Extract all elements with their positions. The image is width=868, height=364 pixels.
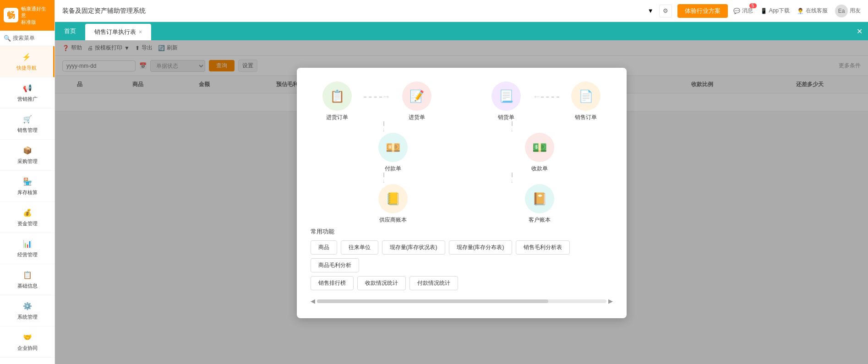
logo-icon: 畅 bbox=[4, 8, 18, 22]
sidebar-item-finance[interactable]: 💰 资金管理 bbox=[0, 202, 55, 233]
close-all-tabs[interactable]: ✕ bbox=[857, 27, 863, 36]
tab-close-icon[interactable]: × bbox=[139, 29, 142, 35]
flow-row-2: ↓ ↓ bbox=[311, 121, 613, 133]
arrow-down-4: ↓ bbox=[494, 173, 530, 184]
sidebar-item-newbie[interactable]: 🎯 新手引导 bbox=[0, 358, 55, 364]
purchase-icon: 📦 bbox=[22, 145, 33, 156]
message-action[interactable]: 💬 消息 5 bbox=[733, 7, 753, 15]
sidebar-item-label: 营销推广 bbox=[17, 96, 38, 103]
basic-info-icon: 📋 bbox=[22, 270, 33, 281]
app-header: 装备及固定资产辅助管理系统 ▼ ⚙ 体验行业方案 💬 消息 5 📱 App下载 bbox=[55, 0, 868, 22]
search-icon: 🔍 bbox=[4, 35, 11, 42]
receipt-icon: 💵 bbox=[525, 133, 554, 162]
sidebar-item-system[interactable]: ⚙️ 系统管理 bbox=[0, 295, 55, 326]
tab-home[interactable]: 首页 bbox=[55, 22, 85, 40]
btn-sales-gross[interactable]: 销售毛利分析表 bbox=[516, 240, 570, 255]
sidebar-item-label: 库存核算 bbox=[17, 189, 38, 196]
sidebar-item-marketing[interactable]: 📢 营销推广 bbox=[0, 77, 55, 109]
purchase-order-label: 进货订单 bbox=[326, 114, 348, 121]
node-purchase-bill: 📝 进货单 bbox=[390, 81, 444, 121]
purchase-bill-icon: 📝 bbox=[402, 81, 431, 111]
service-icon: 👨‍💼 bbox=[797, 8, 804, 14]
sidebar-item-inventory[interactable]: 🏪 库存核算 bbox=[0, 171, 55, 202]
chevron-down-icon: ▼ bbox=[648, 7, 654, 14]
supplier-account-icon: 📒 bbox=[378, 184, 408, 213]
content-area: ❓ 帮助 🖨 按模板打印 ▼ ⬆ 导出 🔄 刷新 bbox=[55, 40, 868, 364]
sales-order-label: 销售订单 bbox=[575, 114, 597, 121]
sidebar-item-label: 销售管理 bbox=[17, 127, 38, 134]
title-dropdown[interactable]: ▼ bbox=[648, 7, 654, 14]
btn-sales-rank[interactable]: 销售排行榜 bbox=[311, 276, 354, 290]
download-icon: 📱 bbox=[760, 8, 767, 14]
online-service-action[interactable]: 👨‍💼 在线客服 bbox=[797, 7, 828, 15]
function-buttons-row2: 销售排行榜 收款情况统计 付款情况统计 bbox=[311, 276, 613, 290]
flow-row-3: 💴 付款单 💵 收款单 bbox=[311, 133, 613, 173]
system-icon: ⚙️ bbox=[22, 301, 33, 312]
cooperation-icon: 🤝 bbox=[22, 332, 33, 343]
sidebar-item-quick-guide[interactable]: ⚡ 快捷导航 bbox=[0, 46, 55, 77]
arrow-down-2: ↓ bbox=[494, 121, 530, 133]
supplier-account-label: 供应商账本 bbox=[379, 216, 407, 224]
tab-active-label: 销售订单执行表 bbox=[94, 28, 136, 36]
marketing-icon: 📢 bbox=[22, 83, 33, 94]
scroll-left-arrow[interactable]: ◀ bbox=[311, 298, 315, 304]
inventory-icon: 🏪 bbox=[22, 176, 33, 187]
function-buttons: 商品 往来单位 现存量(库存状况表) 现存量(库存分布表) 销售毛利分析表 商品… bbox=[311, 240, 613, 272]
payment-label: 付款单 bbox=[385, 165, 401, 173]
arrow-down-3: ↓ bbox=[366, 173, 402, 184]
sidebar: 畅 畅康通好生意 标准版 🔍 搜索菜单 ⚡ 快捷导航 📢 营销推广 🛒 销售管理 bbox=[0, 0, 55, 364]
message-badge: 5 bbox=[749, 3, 757, 8]
tab-sales-order[interactable]: 销售订单执行表 × bbox=[85, 24, 151, 40]
payment-icon: 💴 bbox=[378, 133, 408, 162]
app-download-action[interactable]: 📱 App下载 bbox=[760, 7, 790, 15]
sidebar-item-label: 基础信息 bbox=[17, 283, 38, 289]
node-purchase-order: 📋 进货订单 bbox=[311, 81, 364, 121]
avatar: Ea bbox=[835, 5, 848, 17]
settings-button[interactable]: ⚙ bbox=[659, 5, 672, 17]
sidebar-item-sales[interactable]: 🛒 销售管理 bbox=[0, 109, 55, 140]
scroll-right-arrow[interactable]: ▶ bbox=[608, 298, 613, 304]
app-title: 装备及固定资产辅助管理系统 bbox=[62, 7, 642, 15]
sidebar-item-operation[interactable]: 📊 经营管理 bbox=[0, 233, 55, 264]
common-functions-title: 常用功能 bbox=[311, 228, 613, 236]
user-action[interactable]: Ea 用友 bbox=[835, 5, 861, 17]
logo-text: 畅康通好生意 标准版 bbox=[21, 5, 51, 25]
sidebar-item-purchase[interactable]: 📦 采购管理 bbox=[0, 140, 55, 171]
flow-row-4: ↓ ↓ bbox=[311, 173, 613, 184]
sidebar-item-basic-info[interactable]: 📋 基础信息 bbox=[0, 264, 55, 295]
sales-bill-icon: 📃 bbox=[491, 81, 521, 111]
operation-icon: 📊 bbox=[22, 239, 33, 250]
btn-receipt-stats[interactable]: 收款情况统计 bbox=[357, 276, 406, 290]
node-payment: 💴 付款单 bbox=[366, 133, 420, 173]
scroll-track[interactable] bbox=[317, 299, 606, 303]
sidebar-item-label: 企业协同 bbox=[17, 345, 38, 352]
purchase-order-icon: 📋 bbox=[322, 81, 352, 111]
btn-stock-status[interactable]: 现存量(库存状况表) bbox=[382, 240, 445, 255]
sidebar-item-label: 快捷导航 bbox=[16, 65, 37, 71]
experience-btn[interactable]: 体验行业方案 bbox=[677, 4, 728, 18]
sidebar-logo[interactable]: 畅 畅康通好生意 标准版 bbox=[0, 0, 55, 31]
node-sales-bill: 📃 销货单 bbox=[479, 81, 533, 121]
sidebar-item-label: 系统管理 bbox=[17, 314, 38, 321]
quick-guide-icon: ⚡ bbox=[21, 52, 32, 63]
btn-partner[interactable]: 往来单位 bbox=[341, 240, 378, 255]
header-actions: 💬 消息 5 📱 App下载 👨‍💼 在线客服 Ea 用友 bbox=[733, 5, 861, 17]
node-customer-account: 📔 客户账本 bbox=[512, 184, 567, 224]
sidebar-search-label: 搜索菜单 bbox=[13, 34, 35, 42]
tab-bar: 首页 销售订单执行表 × ✕ bbox=[55, 22, 868, 40]
receipt-label: 收款单 bbox=[531, 165, 548, 173]
sidebar-nav: ⚡ 快捷导航 📢 营销推广 🛒 销售管理 📦 采购管理 🏪 库存核算 💰 bbox=[0, 46, 55, 364]
flow-modal: 📋 进货订单 → 📝 进货单 bbox=[297, 68, 627, 318]
sidebar-item-label: 资金管理 bbox=[17, 220, 38, 227]
tab-home-label: 首页 bbox=[64, 27, 76, 35]
btn-payment-stats[interactable]: 付款情况统计 bbox=[409, 276, 458, 290]
btn-product[interactable]: 商品 bbox=[311, 240, 337, 255]
sales-order-icon: 📄 bbox=[571, 81, 601, 111]
node-supplier-account: 📒 供应商账本 bbox=[366, 184, 420, 224]
common-functions: 常用功能 商品 往来单位 现存量(库存状况表) 现存量(库存分布表) 销售毛利分… bbox=[311, 228, 613, 290]
sidebar-item-cooperation[interactable]: 🤝 企业协同 bbox=[0, 326, 55, 358]
btn-product-gross[interactable]: 商品毛利分析 bbox=[311, 258, 359, 272]
customer-account-icon: 📔 bbox=[525, 184, 554, 213]
sidebar-search[interactable]: 🔍 搜索菜单 bbox=[0, 31, 55, 46]
btn-stock-dist[interactable]: 现存量(库存分布表) bbox=[449, 240, 512, 255]
